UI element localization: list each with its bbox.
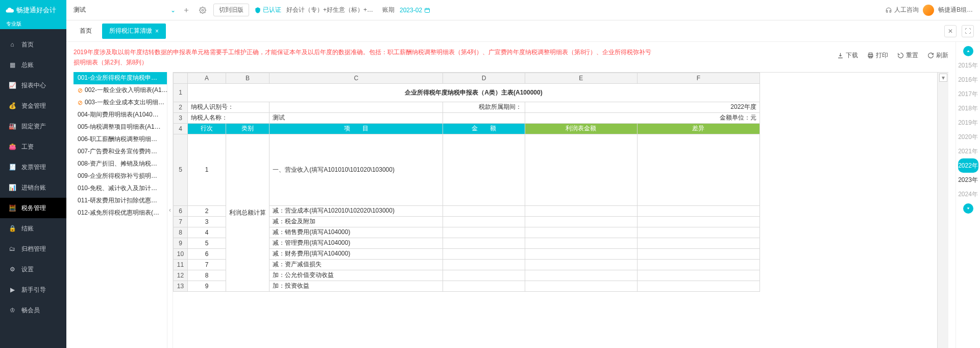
add-company-button[interactable] [181, 5, 192, 16]
col-D[interactable]: D [443, 73, 525, 83]
item-cell[interactable]: 减：营业成本(填写A102010\102020\103000) [270, 205, 443, 216]
avatar[interactable] [923, 5, 934, 16]
amount-cell[interactable] [443, 238, 525, 248]
sidebar-item-1[interactable]: ▦总账 [0, 55, 66, 75]
seq-cell[interactable]: 1 [188, 134, 226, 205]
sidebar-item-11[interactable]: ⚙设置 [0, 259, 66, 280]
col-A[interactable]: A [188, 73, 226, 83]
sidebar-item-12[interactable]: ▶新手引导 [0, 280, 66, 300]
expand-button[interactable]: ⛶ [962, 25, 974, 37]
year-2018年[interactable]: 2018年 [958, 101, 978, 115]
taxpayer-id-value[interactable] [270, 102, 443, 112]
col-B[interactable]: B [226, 73, 270, 83]
item-cell[interactable]: 一、营业收入(填写A101010\101020\103000) [270, 134, 443, 205]
item-cell[interactable]: 减：财务费用(填写A104000) [270, 248, 443, 259]
amount-cell[interactable] [443, 259, 525, 270]
year-2022年[interactable]: 2022年 [958, 158, 978, 173]
close-icon[interactable]: × [155, 28, 159, 35]
diff-cell[interactable] [637, 205, 760, 216]
form-list-item-4[interactable]: 005-纳税调整项目明细表(A1… [74, 121, 167, 133]
collapse-form-list-button[interactable]: ‹ [167, 72, 173, 348]
sidebar-item-9[interactable]: 🔒结账 [0, 218, 66, 239]
diff-cell[interactable] [637, 134, 760, 205]
amount-cell[interactable] [443, 270, 525, 281]
profit-cell[interactable] [525, 248, 637, 259]
close-all-tabs-button[interactable]: ✕ [944, 25, 957, 37]
item-cell[interactable]: 减：税金及附加 [270, 216, 443, 227]
diff-cell[interactable] [637, 238, 760, 248]
form-list-item-8[interactable]: 009-企业所得税弥补亏损明… [74, 170, 167, 182]
profit-cell[interactable] [525, 270, 637, 281]
diff-cell[interactable] [637, 259, 760, 270]
diff-cell[interactable] [637, 248, 760, 259]
amount-cell[interactable] [443, 216, 525, 227]
profit-cell[interactable] [525, 238, 637, 248]
switch-old-version-button[interactable]: 切到旧版 [213, 4, 249, 16]
profit-cell[interactable] [525, 134, 637, 205]
form-list-item-6[interactable]: 007-广告费和业务宣传费跨… [74, 146, 167, 158]
sidebar-item-10[interactable]: 🗂归档管理 [0, 239, 66, 259]
amount-cell[interactable] [443, 281, 525, 291]
diff-cell[interactable] [637, 270, 760, 281]
sidebar-item-5[interactable]: 👛工资 [0, 136, 66, 157]
year-2021年[interactable]: 2021年 [958, 144, 978, 158]
year-2020年[interactable]: 2020年 [958, 130, 978, 144]
amount-cell[interactable] [443, 227, 525, 238]
seq-cell[interactable]: 2 [188, 205, 226, 216]
sidebar-item-8[interactable]: 🧮税务管理 [0, 198, 66, 218]
username[interactable]: 畅捷通B组… [938, 6, 973, 14]
tab-1[interactable]: 所得税汇算清缴× [102, 24, 166, 39]
item-cell[interactable]: 加：投资收益 [270, 281, 443, 291]
seq-cell[interactable]: 4 [188, 227, 226, 238]
form-list-item-11[interactable]: 012-减免所得税优惠明细表(… [74, 207, 167, 219]
col-C[interactable]: C [270, 73, 443, 83]
sidebar-item-6[interactable]: 🧾发票管理 [0, 157, 66, 177]
sidebar-item-3[interactable]: 💰资金管理 [0, 96, 66, 116]
form-list-item-10[interactable]: 011-研发费用加计扣除优惠… [74, 195, 167, 207]
col-E[interactable]: E [525, 73, 637, 83]
form-list-item-0[interactable]: 001-企业所得税年度纳税申… [74, 72, 167, 84]
settings-gear-button[interactable] [197, 5, 208, 16]
form-list-item-5[interactable]: 006-职工薪酬纳税调整明细… [74, 133, 167, 146]
print-button[interactable]: 打印 [867, 51, 888, 60]
seq-cell[interactable]: 9 [188, 281, 226, 291]
item-cell[interactable]: 加：公允价值变动收益 [270, 270, 443, 281]
profit-cell[interactable] [525, 281, 637, 291]
profit-cell[interactable] [525, 216, 637, 227]
diff-cell[interactable] [637, 281, 760, 291]
blank-cell[interactable] [443, 112, 525, 123]
profit-cell[interactable] [525, 259, 637, 270]
seq-cell[interactable]: 6 [188, 248, 226, 259]
year-2019年[interactable]: 2019年 [958, 115, 978, 130]
company-selector[interactable]: 测试 ⌄ [74, 6, 176, 14]
seq-cell[interactable]: 3 [188, 216, 226, 227]
sidebar-item-7[interactable]: 📊进销台账 [0, 177, 66, 198]
item-cell[interactable]: 减：资产减值损失 [270, 259, 443, 270]
amount-cell[interactable] [443, 134, 525, 205]
year-scroll-up-button[interactable] [963, 46, 973, 56]
amount-cell[interactable] [443, 248, 525, 259]
sidebar-item-2[interactable]: 📈报表中心 [0, 75, 66, 96]
year-2016年[interactable]: 2016年 [958, 73, 978, 87]
profit-cell[interactable] [525, 205, 637, 216]
sidebar-item-0[interactable]: ⌂首页 [0, 34, 66, 55]
support-button[interactable]: 人工咨询 [885, 6, 919, 14]
sidebar-item-4[interactable]: 🏭固定资产 [0, 116, 66, 136]
refresh-button[interactable]: 刷新 [927, 51, 948, 60]
seq-cell[interactable]: 5 [188, 238, 226, 248]
sidebar-item-13[interactable]: ♔畅会员 [0, 300, 66, 320]
diff-cell[interactable] [637, 227, 760, 238]
form-list-item-2[interactable]: ⊘003-一般企业成本支出明细… [74, 97, 167, 109]
spreadsheet[interactable]: A B C D E F 1企业所得税年度纳税申报表（A类）主表(A100000)… [173, 72, 948, 348]
year-2024年[interactable]: 2024年 [958, 187, 978, 201]
download-button[interactable]: 下载 [837, 51, 858, 60]
col-F[interactable]: F [637, 73, 760, 83]
year-2015年[interactable]: 2015年 [958, 58, 978, 73]
year-scroll-down-button[interactable] [963, 203, 973, 214]
form-list-item-3[interactable]: 004-期间费用明细表(A1040… [74, 109, 167, 121]
period-selector[interactable]: 2023-02 [400, 7, 430, 14]
profit-cell[interactable] [525, 227, 637, 238]
form-list-item-1[interactable]: ⊘002-一般企业收入明细表(A1… [74, 84, 167, 97]
tab-0[interactable]: 首页 [72, 24, 99, 39]
taxpayer-name-value[interactable]: 测试 [270, 112, 443, 123]
